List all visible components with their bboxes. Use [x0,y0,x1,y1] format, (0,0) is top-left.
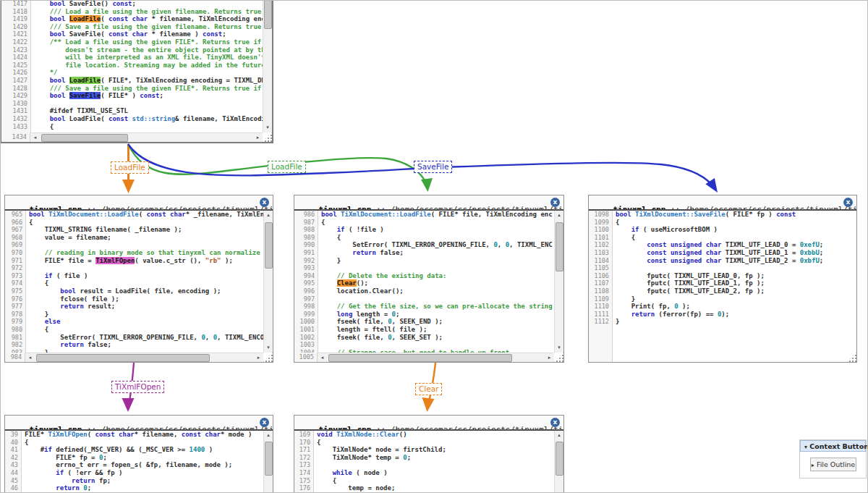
resize-grip[interactable] [263,132,272,142]
resize-grip[interactable] [263,353,273,362]
code-line: 976 fclose( file ); [5,295,263,303]
line-number: 997 [294,295,318,303]
panel-titlebar[interactable]: tinyxml.cpp :: /home/ecsomar/cc/projects… [5,416,273,431]
arrowhead-loadfile-file [421,178,433,192]
scroll-down-icon[interactable]: ▾ [264,343,273,353]
code-line: 1428 /// Save a file using the given FIL… [1,85,263,93]
code-text: SetError( TIXML_ERROR_OPENING_FILE, 0, 0… [318,241,554,249]
horizontal-scrollbar[interactable]: 1005 ◂ ▸ [294,353,554,362]
scrollbar-thumb[interactable] [265,222,273,269]
code-line: 176 temp = node; [294,484,554,492]
code-editor-lines[interactable]: 986bool TiXmlDocument::LoadFile( FILE* f… [294,211,554,353]
scroll-up-icon[interactable]: ▴ [555,211,563,220]
line-number: 1426 [1,69,30,77]
line-number: 1108 [589,287,612,295]
scroll-up-icon[interactable]: ▴ [264,211,273,220]
scrollbar-thumb[interactable] [36,354,210,362]
vertical-scrollbar[interactable]: ▴ ▾ [263,211,273,353]
code-text: SetError( TIXML_ERROR_OPENING_FILE, 0, 0… [25,334,263,342]
scroll-right-icon[interactable]: ▸ [254,353,263,362]
code-text: if ( useMicrosoftBOM ) [612,226,856,234]
scroll-up-icon[interactable]: ▴ [555,431,563,440]
context-buttons-header[interactable]: ▾ Context Buttons [800,440,866,452]
scrollbar-thumb[interactable] [556,222,563,271]
scroll-down-icon[interactable]: ▾ [263,123,272,132]
line-number: 973 [5,272,25,280]
code-line: 1419 bool LoadFile( const char * filenam… [1,15,263,23]
vertical-scrollbar[interactable]: ▴ ▾ [554,211,563,353]
panel-titlebar[interactable]: tinyxml.cpp :: /home/ecsomar/cc/projects… [294,416,563,431]
triangle-right-icon: ▸ [812,462,814,468]
arrow-label-savefile[interactable]: SaveFile [414,161,452,173]
line-number: 968 [5,234,25,242]
scroll-left-icon[interactable]: ◂ [318,353,327,362]
line-number: 1107 [589,279,612,287]
line-number: 979 [5,318,25,326]
vertical-scrollbar[interactable]: ▾ [263,0,272,132]
line-number: 45 [5,477,21,485]
code-editor-lines[interactable]: 1098bool TiXmlDocument::SaveFile( FILE* … [589,211,856,362]
arrow-label-loadfile-filename[interactable]: LoadFile [111,161,149,174]
panel-titlebar[interactable]: tinyxml.cpp :: /home/ecsomar/cc/projects… [589,195,856,211]
code-text: bool TiXmlDocument::LoadFile( FILE* file… [318,211,554,219]
line-number: 1430 [1,100,30,108]
line-number: 1433 [1,123,30,131]
code-line: 975 bool result = LoadFile( file, encodi… [5,287,263,295]
code-line: 996 location.Clear(); [294,287,554,295]
code-text [25,264,263,272]
panel-titlebar[interactable]: tinyxml.cpp :: /home/ecsomar/cc/projects… [5,195,273,211]
vertical-scrollbar[interactable]: ▴ [554,431,563,493]
scrollbar-track[interactable] [327,353,545,362]
code-text: will be interpreted as an XML file. Tiny… [30,54,263,62]
vertical-scrollbar[interactable]: ▴ [263,431,273,493]
code-line: 979 else [5,318,263,326]
line-number: 972 [5,264,25,272]
panel-titlebar[interactable]: tinyxml.cpp :: /home/ecsomar/cc/projects… [294,195,563,211]
scrollbar-track[interactable] [35,353,254,362]
scroll-down-icon[interactable]: ▾ [555,343,563,353]
line-number: 44 [5,469,21,477]
scrollbar-track[interactable] [40,132,253,142]
code-line: 1420 /// Save a file using the given fil… [1,23,263,31]
line-number: 991 [294,249,318,257]
scrollbar-thumb[interactable] [556,442,563,476]
close-icon[interactable]: x [843,198,853,207]
code-editor-lines[interactable]: 39FILE* TiXmlFOpen( const char* filename… [5,431,263,493]
scrollbar-thumb[interactable] [41,134,128,142]
code-editor-lines[interactable]: 1417 bool SaveFile() const;1418 /// Load… [1,0,263,131]
resize-grip[interactable] [554,353,563,362]
code-text: fseek( file, 0, SEEK_END ); [318,318,554,326]
close-icon[interactable]: x [550,198,560,207]
scrollbar-thumb[interactable] [264,0,272,29]
scroll-left-icon[interactable]: ◂ [30,132,40,142]
code-line: 1426 */ [1,69,263,77]
code-line: 969 [5,241,263,249]
scroll-left-icon[interactable]: ◂ [25,353,35,362]
code-text: { [25,219,263,227]
scroll-right-icon[interactable]: ▸ [545,353,554,362]
arrow-clear [429,363,435,402]
close-icon[interactable]: x [550,418,560,427]
close-icon[interactable]: x [260,198,269,207]
scrollbar-thumb[interactable] [265,442,273,476]
code-line: 970 // reading in binary mode so that ti… [5,249,263,257]
scrollbar-thumb[interactable] [328,354,512,362]
arrow-label-loadfile-file[interactable]: LoadFile [268,161,306,173]
scroll-up-icon[interactable]: ▴ [264,431,273,440]
arrowhead-savefile [705,178,718,193]
horizontal-scrollbar[interactable]: 1434 ◂ ▸ [1,132,263,142]
arrow-label-clear[interactable]: Clear [415,383,442,395]
code-line: 986bool TiXmlDocument::LoadFile( FILE* f… [294,211,554,219]
code-editor-lines[interactable]: 169void TiXmlNode::Clear()170{171 TiXmlN… [294,431,554,493]
horizontal-scrollbar[interactable]: 984 ◂ ▸ [5,353,263,362]
close-icon[interactable]: x [260,418,269,427]
code-text: const unsigned char TIXML_UTF_LEAD_2 = 0… [612,257,856,265]
arrow-label-tixmlfopen[interactable]: TiXmlFOpen [111,381,164,393]
line-number: 977 [5,303,25,311]
code-text: } [612,318,856,326]
file-outline-button[interactable]: ▸ File Outline [810,458,856,471]
line-number: 39 [5,431,21,439]
code-editor-lines[interactable]: 965bool TiXmlDocument::LoadFile( const c… [5,211,263,353]
scroll-right-icon[interactable]: ▸ [253,132,263,142]
line-number: 987 [294,219,318,227]
